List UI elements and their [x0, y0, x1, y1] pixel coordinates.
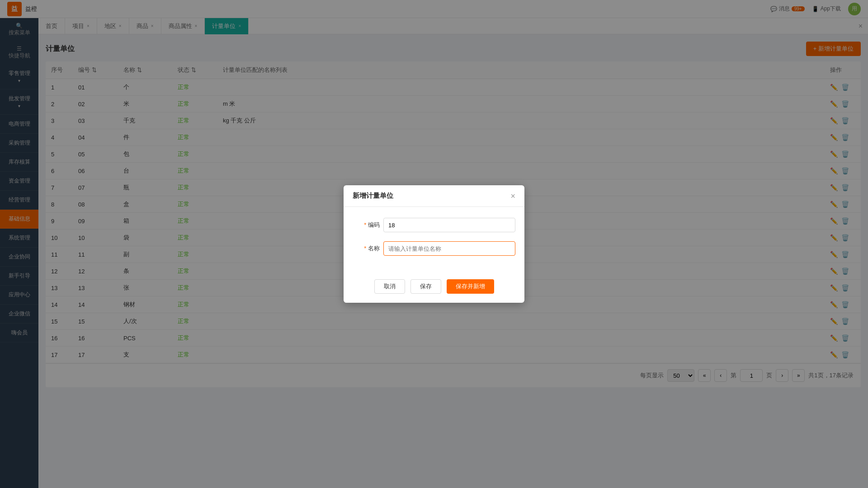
modal-body: * 编码 * 名称 [344, 207, 524, 274]
modal-close-button[interactable]: × [510, 192, 515, 200]
save-button[interactable]: 保存 [410, 279, 441, 294]
code-input[interactable] [383, 218, 515, 232]
cancel-button[interactable]: 取消 [374, 279, 405, 294]
form-row-code: * 编码 [353, 218, 515, 232]
save-and-new-button[interactable]: 保存并新增 [447, 279, 494, 294]
name-label: * 名称 [353, 244, 380, 253]
modal-header: 新增计量单位 × [344, 185, 524, 207]
modal-overlay: 新增计量单位 × * 编码 * 名称 取消 保存 保存并新增 [0, 0, 868, 488]
form-row-name: * 名称 [353, 241, 515, 256]
code-label: * 编码 [353, 221, 380, 229]
modal-footer: 取消 保存 保存并新增 [344, 274, 524, 303]
modal-add-unit: 新增计量单位 × * 编码 * 名称 取消 保存 保存并新增 [344, 185, 524, 303]
modal-title: 新增计量单位 [353, 192, 393, 200]
name-input[interactable] [383, 241, 515, 256]
